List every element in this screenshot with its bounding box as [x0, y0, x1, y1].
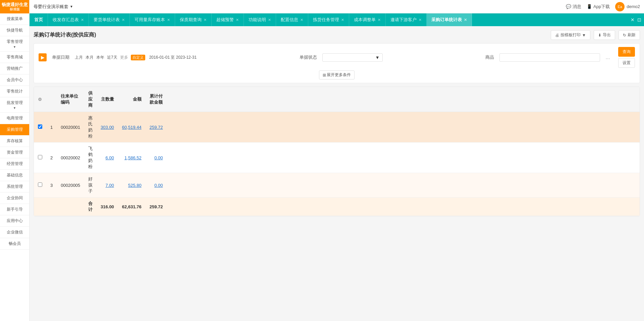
sidebar-item-finance-mgmt[interactable]: 资金管理: [0, 147, 29, 158]
query-btn[interactable]: 查询: [618, 47, 635, 57]
industry-selector[interactable]: 母婴行业演示账套 ▼: [34, 4, 73, 10]
table-row[interactable]: 1 00020001 惠氏奶粉 303.00 60,519.44 259.72: [34, 112, 640, 143]
sidebar-item-stock-check[interactable]: 库存核算: [0, 136, 29, 147]
tab-close-icon[interactable]: ✕: [378, 18, 381, 22]
sidebar-item-quick-nav[interactable]: 快捷导航: [0, 25, 29, 36]
shortcut-this-year[interactable]: 本年: [96, 55, 104, 60]
table-row[interactable]: 3 00020005 好孩子 7.00 525.80 0.00: [34, 173, 640, 198]
sidebar-item-label: 快捷导航: [7, 28, 23, 33]
row-check[interactable]: [34, 112, 46, 143]
row-amount[interactable]: 525.80: [118, 173, 146, 198]
th-paid-amount: 累计付款金额: [146, 87, 167, 112]
sidebar-item-retail-mgmt[interactable]: 零售管理▼: [0, 36, 29, 52]
row-check[interactable]: [34, 173, 46, 198]
tab-label: 首页: [34, 17, 43, 23]
gear-icon[interactable]: ⚙: [38, 97, 42, 102]
tab-close-icon[interactable]: ✕: [300, 18, 303, 22]
tab-label: 超储预警: [216, 17, 234, 23]
sidebar-item-free-member[interactable]: 畅会员: [0, 238, 29, 250]
status-select[interactable]: ▼: [322, 53, 383, 62]
tab-order-stats[interactable]: 要货单统计表✕: [89, 13, 130, 26]
row-paid-amount[interactable]: 0.00: [146, 173, 167, 198]
row-main-qty[interactable]: 303.00: [97, 112, 118, 143]
print-btn[interactable]: 🖨 按模板打印 ▼: [551, 30, 590, 40]
tab-close-icon[interactable]: ✕: [341, 18, 344, 22]
message-btn[interactable]: 💬 消息: [566, 4, 581, 10]
row-amount[interactable]: 60,519.44: [118, 112, 146, 143]
tab-purchase-stats[interactable]: 采购订单统计表✕: [427, 13, 472, 26]
sidebar-item-wholesale-mgmt[interactable]: 批发管理▼: [0, 97, 29, 113]
shortcut-more[interactable]: 更多: [120, 55, 128, 60]
sidebar-item-member-center[interactable]: 会员中心: [0, 74, 29, 86]
date-filter-label: 单据日期: [52, 54, 69, 60]
row-main-qty[interactable]: 7.00: [97, 173, 118, 198]
sidebar-item-label: 零售统计: [7, 89, 23, 94]
table-row[interactable]: 2 00020002 飞鹤奶粉 6.00 1,586.52 0.00: [34, 143, 640, 173]
sidebar-item-new-guide[interactable]: 新手引导: [0, 204, 29, 215]
sidebar-item-operation-mgmt[interactable]: 经营管理: [0, 158, 29, 170]
row-paid-amount[interactable]: 0.00: [146, 143, 167, 173]
expand-more-btn[interactable]: ⊞ 展开更多条件: [319, 70, 355, 79]
sidebar-item-enterprise-wechat[interactable]: 企业微信: [0, 227, 29, 238]
shortcut-this-month[interactable]: 本月: [86, 55, 94, 60]
user-profile-btn[interactable]: Ea demo2: [615, 2, 640, 11]
tab-close-icon[interactable]: ✕: [464, 18, 467, 22]
tab-overstock-warning[interactable]: 超储预警✕: [212, 13, 244, 26]
sidebar-item-retail-mall[interactable]: 零售商城: [0, 52, 29, 63]
row-checkbox[interactable]: [38, 155, 42, 159]
sidebar: 畅捷通好生意 标准版 搜索菜单快捷导航零售管理▼零售商城营销推广会员中心零售统计…: [0, 0, 30, 321]
sidebar-item-system-mgmt[interactable]: 系统管理: [0, 181, 29, 193]
date-range-display: 2016-01-01 至 2023-12-31: [149, 55, 197, 60]
row-amount[interactable]: 1,586.52: [118, 143, 146, 173]
chevron-down-icon: ▼: [70, 5, 73, 8]
sidebar-item-label: 营销推广: [7, 66, 23, 71]
close-tab-btn[interactable]: ✕: [631, 17, 635, 22]
tab-label: 拣货任务管理: [313, 17, 339, 23]
shortcut-7days[interactable]: 近7天: [107, 55, 117, 60]
refresh-btn[interactable]: ↻ 刷新: [619, 30, 640, 40]
goods-input[interactable]: [499, 53, 600, 62]
maximize-tab-btn[interactable]: ⊡: [637, 17, 641, 22]
sidebar-item-retail-stats[interactable]: 零售统计: [0, 86, 29, 97]
tab-close-icon[interactable]: ✕: [419, 18, 422, 22]
row-check[interactable]: [34, 143, 46, 173]
tab-close-icon[interactable]: ✕: [167, 18, 170, 22]
custom-date-badge[interactable]: 自定义: [131, 55, 145, 60]
export-btn[interactable]: ⬇ 导出: [594, 30, 615, 40]
row-extra: [167, 143, 640, 173]
sidebar-item-enterprise-collab[interactable]: 企业协同: [0, 193, 29, 204]
settings-btn[interactable]: 设置: [618, 58, 635, 68]
tab-close-icon[interactable]: ✕: [236, 18, 239, 22]
tab-picking-task[interactable]: 拣货任务管理✕: [308, 13, 349, 26]
tab-close-icon[interactable]: ✕: [81, 18, 84, 22]
app-download-btn[interactable]: 📱 App下载: [587, 4, 610, 10]
sidebar-item-app-center[interactable]: 应用中心: [0, 215, 29, 227]
status-filter-label: 单据状态: [300, 54, 317, 60]
row-paid-amount[interactable]: 259.72: [146, 112, 167, 143]
tab-close-icon[interactable]: ✕: [122, 18, 125, 22]
goods-more-icon[interactable]: …: [605, 55, 610, 60]
filter-toggle-btn[interactable]: ▶: [39, 53, 47, 61]
tab-invite-downstream[interactable]: 邀请下游客户✕: [386, 13, 427, 26]
tab-function-desc[interactable]: 功能说明✕: [244, 13, 276, 26]
tab-receive-send[interactable]: 收发存汇总表✕: [48, 13, 89, 26]
tab-close-icon[interactable]: ✕: [268, 18, 271, 22]
footer-label: [57, 198, 84, 216]
sidebar-item-purchase-mgmt[interactable]: 采购管理: [0, 124, 29, 136]
table-header-row: ⚙ 往来单位编码 供应商 主数量 金额 累计付款金额: [34, 87, 640, 112]
filter-row-1: ▶ 单据日期 上月 本月 本年 近7天 更多 自定义 2016-01-01 至 …: [39, 47, 635, 68]
tab-expiry-query[interactable]: 保质期查询✕: [175, 13, 212, 26]
tab-home[interactable]: 首页: [30, 13, 48, 26]
sidebar-item-basic-info[interactable]: 基础信息: [0, 170, 29, 181]
tab-config-info[interactable]: 配置信息✕: [276, 13, 308, 26]
shortcut-last-month[interactable]: 上月: [75, 55, 83, 60]
tab-available-stock[interactable]: 可用量库存账本✕: [130, 13, 175, 26]
tab-cost-adjust[interactable]: 成本调整单✕: [349, 13, 386, 26]
sidebar-item-search[interactable]: 搜索菜单: [0, 13, 29, 25]
tab-close-icon[interactable]: ✕: [204, 18, 207, 22]
row-checkbox[interactable]: [38, 124, 42, 129]
row-checkbox[interactable]: [38, 182, 42, 187]
row-main-qty[interactable]: 6.00: [97, 143, 118, 173]
sidebar-item-marketing[interactable]: 营销推广: [0, 63, 29, 74]
sidebar-item-ecommerce-mgmt[interactable]: 电商管理: [0, 113, 29, 124]
